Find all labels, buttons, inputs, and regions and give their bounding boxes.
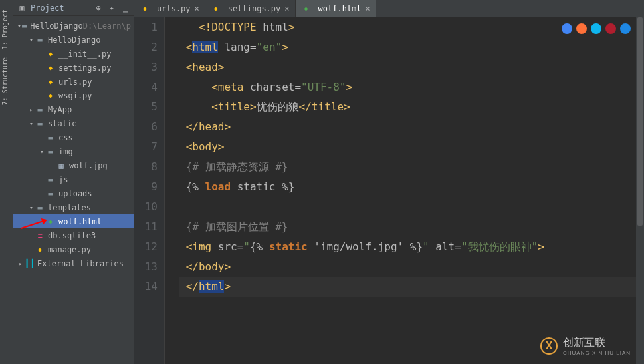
- tree-label: External Libraries: [37, 259, 124, 268]
- tree-label: img: [58, 147, 73, 156]
- tree-row[interactable]: ▦ wolf.jpg: [13, 158, 134, 172]
- editor-tab[interactable]: ◆ settings.py ×: [205, 0, 296, 17]
- line-number: 10: [134, 197, 158, 217]
- line-number: 5: [134, 97, 158, 117]
- code-line[interactable]: <meta charset="UTF-8">: [179, 77, 644, 97]
- browser-icons: [562, 23, 631, 34]
- toolwindow-tab[interactable]: 7: Structure: [0, 53, 13, 109]
- line-number: 13: [134, 257, 158, 277]
- code-line[interactable]: {% load static %}: [179, 177, 644, 197]
- editor-tab[interactable]: ◆ urls.py ×: [134, 0, 205, 17]
- editor-tabs: ◆ urls.py × ◆ settings.py × ◆ wolf.html …: [134, 0, 644, 17]
- tree-row[interactable]: ◆ wsgi.py: [13, 89, 134, 102]
- tree-arrow-icon[interactable]: ▾: [28, 120, 35, 127]
- project-dropdown-icon[interactable]: ▣: [17, 3, 27, 13]
- tree-row[interactable]: ◆ __init__.py: [13, 47, 134, 61]
- tree-row[interactable]: ▸ ┃║ External Libraries: [13, 256, 134, 270]
- tree-label: js: [58, 175, 68, 184]
- python-icon: ◆: [45, 77, 56, 87]
- fold-column[interactable]: [165, 17, 177, 364]
- database-icon: ≡: [35, 231, 45, 240]
- code-line[interactable]: {# 加载静态资源 #}: [179, 157, 644, 177]
- tree-row[interactable]: ▬ js: [13, 172, 134, 186]
- tree-row[interactable]: ≡ db.sqlite3: [13, 228, 134, 242]
- tree-row[interactable]: ▾ ▬ static: [13, 116, 134, 130]
- watermark-logo: X 创新互联 CHUANG XIN HU LIAN: [540, 336, 631, 356]
- code-line[interactable]: </body>: [179, 257, 644, 277]
- tree-row[interactable]: ▾ ▬ img: [13, 144, 134, 158]
- logo-sub: CHUANG XIN HU LIAN: [563, 350, 631, 356]
- tree-row[interactable]: ▾ ▬ HelloDjango D:\Learn\p: [13, 19, 134, 33]
- code-line[interactable]: </head>: [179, 117, 644, 137]
- code-line[interactable]: {# 加载图片位置 #}: [179, 217, 644, 237]
- tree-row[interactable]: ▸ ▬ MyApp: [13, 102, 134, 116]
- libraries-icon: ┃║: [24, 259, 35, 268]
- tree-label: settings.py: [58, 63, 111, 73]
- tree-row[interactable]: ◆ wolf.html: [13, 214, 134, 228]
- hide-icon[interactable]: ⎯: [120, 3, 130, 13]
- tree-suffix: D:\Learn\p: [83, 21, 131, 31]
- tree-row[interactable]: ▾ ▬ HelloDjango: [13, 33, 134, 47]
- project-tree[interactable]: ▾ ▬ HelloDjango D:\Learn\p ▾ ▬ HelloDjan…: [13, 16, 134, 364]
- tree-row[interactable]: ◆ manage.py: [13, 242, 134, 256]
- scrollbar[interactable]: [636, 17, 644, 364]
- python-icon: ◆: [45, 63, 56, 73]
- python-icon: ◆: [45, 91, 56, 100]
- browser-icon[interactable]: [576, 23, 587, 34]
- browser-icon[interactable]: [620, 23, 631, 34]
- toolwindow-tabs: 1: Project7: Structure: [0, 0, 13, 364]
- browser-icon[interactable]: [562, 23, 572, 34]
- line-number: 3: [134, 57, 158, 77]
- tab-label: settings.py: [228, 4, 280, 13]
- tree-arrow-icon[interactable]: ▾: [28, 204, 35, 211]
- python-icon: ◆: [140, 4, 150, 13]
- tree-label: db.sqlite3: [48, 231, 96, 240]
- tree-label: uploads: [58, 189, 92, 198]
- code-line[interactable]: <title>忧伤的狼</title>: [179, 97, 644, 117]
- folder-icon: ▬: [35, 119, 45, 128]
- folder-icon: ▬: [45, 175, 56, 184]
- tree-label: __init__.py: [58, 49, 111, 59]
- scrollbar-thumb[interactable]: [637, 17, 643, 226]
- code-content[interactable]: <!DOCTYPE html> <html lang="en"> <head> …: [177, 17, 644, 364]
- close-icon[interactable]: ×: [284, 4, 289, 13]
- browser-icon[interactable]: [605, 23, 616, 34]
- tree-row[interactable]: ▬ uploads: [13, 186, 134, 200]
- line-gutter: 1234567891011121314: [134, 17, 165, 364]
- tree-label: MyApp: [48, 105, 72, 114]
- tree-arrow-icon[interactable]: ▸: [17, 260, 24, 267]
- code-line[interactable]: <head>: [179, 57, 644, 77]
- tree-label: urls.py: [58, 77, 92, 87]
- line-number: 6: [134, 117, 158, 137]
- tab-label: urls.py: [157, 4, 191, 13]
- code-editor[interactable]: 1234567891011121314 <!DOCTYPE html> <htm…: [134, 17, 644, 364]
- code-line[interactable]: [179, 197, 644, 217]
- folder-icon: ▬: [45, 147, 56, 156]
- tree-arrow-icon[interactable]: ▸: [28, 106, 35, 113]
- toolwindow-tab[interactable]: 1: Project: [0, 5, 13, 53]
- editor-tab[interactable]: ◆ wolf.html ×: [296, 0, 376, 17]
- code-line[interactable]: <img src="{% static 'img/wolf.jpg' %}" a…: [179, 237, 644, 257]
- tree-row[interactable]: ◆ settings.py: [13, 61, 134, 75]
- tree-arrow-icon[interactable]: ▾: [28, 37, 35, 43]
- close-icon[interactable]: ×: [195, 4, 199, 13]
- tree-label: static: [48, 119, 76, 128]
- folder-icon: ▬: [35, 105, 45, 114]
- tree-label: templates: [48, 203, 91, 212]
- tree-arrow-icon[interactable]: ▾: [39, 148, 45, 155]
- browser-icon[interactable]: [591, 23, 601, 34]
- logo-mark: X: [540, 337, 558, 355]
- tree-row[interactable]: ▾ ▬ templates: [13, 200, 134, 214]
- code-line[interactable]: <body>: [179, 137, 644, 157]
- code-line[interactable]: </html>: [179, 277, 644, 297]
- collapse-icon[interactable]: ⊕: [94, 3, 103, 13]
- code-line[interactable]: <html lang="en">: [179, 37, 644, 57]
- python-icon: ◆: [211, 4, 221, 13]
- line-number: 9: [134, 177, 158, 197]
- sidebar-title: Project: [31, 3, 64, 13]
- tree-row[interactable]: ◆ urls.py: [13, 75, 134, 89]
- settings-icon[interactable]: ✦: [107, 3, 116, 13]
- close-icon[interactable]: ×: [366, 4, 370, 13]
- folder-icon: ▬: [35, 35, 45, 45]
- tree-row[interactable]: ▬ css: [13, 130, 134, 144]
